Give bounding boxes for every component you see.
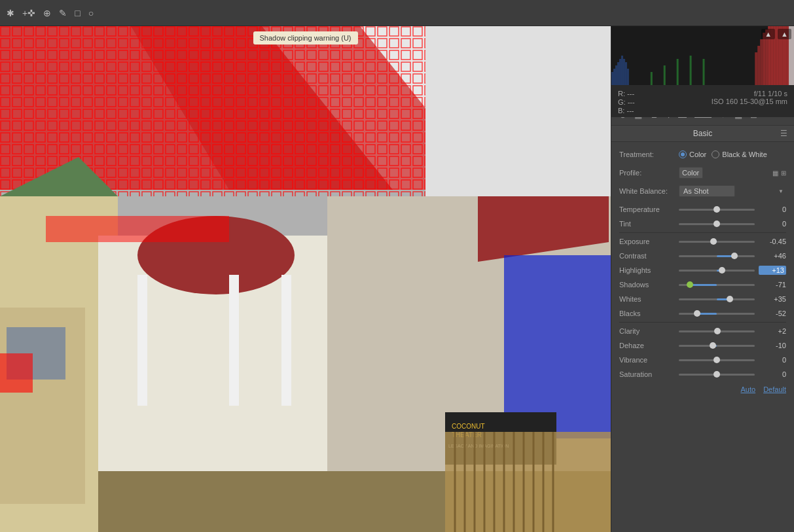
- svg-rect-12: [137, 275, 147, 406]
- camera-info: f/11 1/10 s ISO 160 15-30@15 mm: [712, 90, 787, 115]
- slider-thumb-dehaze[interactable]: [710, 342, 716, 349]
- slider-track-wrap-vibrance[interactable]: [679, 355, 755, 365]
- slider-thumb-temperature[interactable]: [713, 206, 720, 213]
- slider-label-shadows: Shadows: [619, 281, 675, 289]
- slider-value-vibrance[interactable]: 0: [759, 356, 786, 364]
- slider-row-shadows: Shadows-71: [619, 277, 786, 292]
- svg-rect-48: [627, 69, 629, 85]
- slider-label-tint: Tint: [619, 220, 675, 228]
- svg-rect-6: [425, 26, 611, 196]
- slider-row-highlights: Highlights+13: [619, 263, 786, 277]
- section-menu-icon[interactable]: ☰: [780, 129, 787, 138]
- slider-track-wrap-dehaze[interactable]: [679, 340, 755, 351]
- shadow-clipping-btn[interactable]: ▲: [761, 29, 775, 39]
- slider-value-shadows[interactable]: -71: [759, 281, 786, 289]
- svg-rect-38: [46, 216, 229, 242]
- treatment-label: Treatment:: [619, 151, 675, 158]
- svg-rect-56: [760, 39, 763, 85]
- highlight-clipping-btn[interactable]: ▲: [778, 29, 791, 39]
- bw-radio-dot: [712, 151, 719, 158]
- basic-panel: Treatment: Color Black & White Profile:: [611, 142, 794, 399]
- slider-label-dehaze: Dehaze: [619, 342, 675, 349]
- slider-thumb-vibrance[interactable]: [713, 357, 720, 363]
- photo-canvas: COCONUT THEATER LEGACY AND IMAGINATION: [0, 26, 611, 532]
- slider-label-temperature: Temperature: [619, 205, 675, 213]
- svg-rect-18: [504, 255, 611, 438]
- slider-thumb-tint[interactable]: [713, 221, 720, 227]
- tool-icon-1[interactable]: ✱: [7, 8, 14, 18]
- wb-row: White Balance: As Shot Auto Daylight Clo…: [619, 184, 786, 198]
- color-radio[interactable]: Color: [679, 151, 706, 158]
- toolbar: ✱ +✜ ⊕ ✎ □ ○: [0, 0, 794, 26]
- slider-value-highlights[interactable]: +13: [759, 266, 786, 275]
- slider-track-wrap-clarity[interactable]: [679, 326, 755, 336]
- tool-icon-2[interactable]: +✜: [22, 8, 35, 18]
- svg-rect-45: [621, 56, 623, 85]
- svg-rect-55: [757, 46, 760, 85]
- slider-track-wrap-saturation[interactable]: [679, 369, 755, 380]
- slider-value-saturation[interactable]: 0: [759, 370, 786, 378]
- slider-value-blacks[interactable]: -52: [759, 310, 786, 317]
- slider-track-wrap-shadows[interactable]: [679, 279, 755, 290]
- slider-value-temperature[interactable]: 0: [759, 205, 786, 213]
- slider-value-contrast[interactable]: +46: [759, 252, 786, 260]
- slider-thumb-shadows[interactable]: [687, 281, 693, 288]
- slider-track-wrap-blacks[interactable]: [679, 308, 755, 319]
- slider-thumb-blacks[interactable]: [694, 310, 700, 317]
- slider-value-exposure[interactable]: -0.45: [759, 238, 786, 245]
- slider-value-tint[interactable]: 0: [759, 220, 786, 228]
- slider-value-whites[interactable]: +35: [759, 295, 786, 303]
- auto-default-row: Auto Default: [619, 385, 786, 393]
- slider-label-vibrance: Vibrance: [619, 356, 675, 364]
- treatment-row: Treatment: Color Black & White: [619, 147, 786, 162]
- tool-icon-4[interactable]: ✎: [59, 8, 67, 18]
- slider-track-wrap-temperature[interactable]: [679, 204, 755, 215]
- slider-track-wrap-tint[interactable]: [679, 219, 755, 229]
- slider-track-wrap-contrast[interactable]: [679, 251, 755, 261]
- slider-label-saturation: Saturation: [619, 370, 675, 378]
- wb-select[interactable]: As Shot Auto Daylight Cloudy Shade Tungs…: [679, 185, 735, 197]
- slider-label-clarity: Clarity: [619, 327, 675, 335]
- slider-thumb-highlights[interactable]: [719, 267, 725, 274]
- wb-label: White Balance:: [619, 187, 675, 195]
- treatment-options: Color Black & White: [679, 151, 767, 158]
- slider-row-vibrance: Vibrance0: [619, 353, 786, 367]
- bw-radio[interactable]: Black & White: [712, 151, 767, 158]
- profile-grid-icon[interactable]: ▦: [772, 169, 778, 177]
- svg-rect-43: [617, 62, 619, 85]
- slider-track-wrap-highlights[interactable]: [679, 265, 755, 275]
- histogram-area: ▲ ▲: [611, 26, 794, 105]
- svg-rect-49: [651, 72, 653, 85]
- profile-select[interactable]: Color: [679, 167, 703, 179]
- slider-row-clarity: Clarity+2: [619, 324, 786, 338]
- slider-label-highlights: Highlights: [619, 266, 675, 274]
- default-link[interactable]: Default: [763, 385, 786, 393]
- tool-icon-6[interactable]: ○: [88, 8, 94, 18]
- slider-thumb-whites[interactable]: [727, 296, 733, 302]
- svg-rect-57: [763, 33, 765, 85]
- slider-track-wrap-whites[interactable]: [679, 294, 755, 304]
- slider-thumb-saturation[interactable]: [713, 371, 720, 378]
- slider-value-clarity[interactable]: +2: [759, 327, 786, 335]
- svg-rect-47: [625, 62, 627, 85]
- auto-link[interactable]: Auto: [741, 385, 756, 393]
- b-readout: B: ---: [618, 107, 635, 115]
- slider-row-whites: Whites+35: [619, 292, 786, 306]
- svg-rect-51: [677, 59, 679, 85]
- slider-thumb-clarity[interactable]: [714, 328, 721, 334]
- tool-icon-5[interactable]: □: [75, 8, 80, 18]
- slider-track-wrap-exposure[interactable]: [679, 236, 755, 247]
- slider-thumb-contrast[interactable]: [731, 253, 738, 259]
- svg-rect-54: [755, 52, 757, 85]
- sliders-container: Temperature0Tint0Exposure-0.45Contrast+4…: [619, 202, 786, 381]
- slider-thumb-exposure[interactable]: [710, 238, 717, 245]
- profile-row: Profile: Color ▦ ⊞: [619, 166, 786, 180]
- profile-expand-icon[interactable]: ⊞: [781, 169, 786, 177]
- slider-row-exposure: Exposure-0.45: [619, 234, 786, 249]
- canvas-area: Shadow clipping warning (U): [0, 26, 611, 532]
- color-radio-dot: [679, 151, 687, 158]
- svg-rect-53: [703, 59, 705, 85]
- tool-icon-3[interactable]: ⊕: [43, 8, 51, 18]
- slider-value-dehaze[interactable]: -10: [759, 342, 786, 349]
- svg-rect-13: [229, 275, 239, 406]
